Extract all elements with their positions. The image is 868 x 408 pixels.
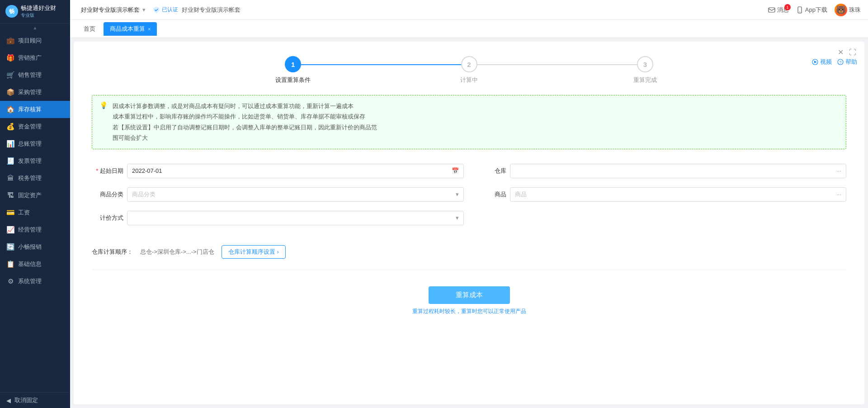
sidebar-label-basic-info: 基础信息 bbox=[18, 260, 42, 268]
info-text: 因成本计算参数调整，或是对商品成本有疑问时，可以通过成本重算功能，重新计算一遍成… bbox=[113, 101, 377, 143]
wizard-step-2: 2 计算中 bbox=[381, 56, 557, 84]
warehouse-order-value: 总仓->深圳仓库->...->门店仓 bbox=[140, 248, 214, 256]
sidebar-item-salary[interactable]: 💳 工资 bbox=[0, 204, 70, 221]
tax-icon: 🏛 bbox=[6, 174, 14, 182]
sidebar-item-system[interactable]: ⚙ 系统管理 bbox=[0, 273, 70, 290]
finance-icon: 💰 bbox=[6, 123, 14, 131]
sidebar-item-finance[interactable]: 💰 资金管理 bbox=[0, 118, 70, 135]
category-select[interactable]: 商品分类 ▾ bbox=[127, 187, 464, 202]
wizard-circle-3: 3 bbox=[637, 56, 653, 72]
tab-home[interactable]: 首页 bbox=[77, 22, 102, 36]
sidebar-label-salary: 工资 bbox=[18, 209, 30, 217]
tab-cost-recalc-label: 商品成本重算 bbox=[110, 25, 145, 33]
sidebar-label-finance: 资金管理 bbox=[18, 123, 42, 131]
tab-cost-recalc[interactable]: 商品成本重算 × bbox=[104, 22, 157, 36]
sidebar-label-sales: 销售管理 bbox=[18, 71, 42, 79]
wizard-line-1 bbox=[293, 64, 469, 65]
sidebar-label-fixed-assets: 固定资产 bbox=[18, 191, 42, 199]
system-icon: ⚙ bbox=[6, 277, 14, 285]
wizard-label-2: 计算中 bbox=[460, 76, 478, 84]
close-window-button[interactable]: ✕ bbox=[837, 47, 844, 57]
warehouse-order-arrow-icon: › bbox=[277, 248, 279, 255]
account-selector[interactable]: 好业财专业版演示帐套 ▾ bbox=[77, 4, 149, 16]
price-method-dropdown-icon: ▾ bbox=[456, 214, 459, 221]
wizard-label-1: 设置重算条件 bbox=[275, 76, 311, 84]
start-date-value: 2022-07-01 bbox=[132, 167, 162, 174]
marketing-icon: 🎁 bbox=[6, 54, 14, 62]
sidebar-item-fixed-assets[interactable]: 🏗 固定资产 bbox=[0, 187, 70, 204]
sidebar-item-operations[interactable]: 📈 经营管理 bbox=[0, 221, 70, 238]
sidebar-item-accounting[interactable]: 📊 总账管理 bbox=[0, 135, 70, 152]
warehouse-input[interactable]: ··· bbox=[510, 164, 847, 178]
sidebar-item-expense[interactable]: 🔄 小畅报销 bbox=[0, 238, 70, 256]
product-input[interactable]: 商品 ··· bbox=[510, 187, 847, 202]
verified-badge: 已认证 bbox=[153, 6, 178, 14]
recalculate-button[interactable]: 重算成本 bbox=[429, 286, 510, 304]
video-link[interactable]: 视频 bbox=[812, 58, 832, 66]
sidebar-item-invoice[interactable]: 🧾 发票管理 bbox=[0, 152, 70, 170]
sidebar-item-tax[interactable]: 🏛 税务管理 bbox=[0, 170, 70, 187]
notification-badge: 1 bbox=[784, 4, 791, 10]
info-line-4: 围可能会扩大 bbox=[113, 133, 377, 143]
tab-home-label: 首页 bbox=[84, 25, 95, 33]
sidebar-pin-toggle[interactable]: ◀ 取消固定 bbox=[0, 392, 70, 408]
product-dots-icon: ··· bbox=[836, 191, 841, 198]
message-action[interactable]: 消息 1 bbox=[768, 6, 789, 14]
start-date-input[interactable]: 2022-07-01 📅 bbox=[127, 164, 464, 178]
submit-hint: 重算过程耗时较长，重算时您可以正常使用产品 bbox=[412, 308, 526, 315]
form-group-product: 商品 商品 ··· bbox=[475, 187, 847, 202]
verified-label: 已认证 bbox=[162, 6, 178, 14]
user-menu[interactable]: 🐻 珠珠 bbox=[835, 4, 861, 16]
sales-icon: 🛒 bbox=[6, 71, 14, 79]
account-display: 好业财专业版演示帐套 bbox=[182, 6, 241, 14]
expense-icon: 🔄 bbox=[6, 243, 14, 251]
sidebar-item-marketing[interactable]: 🎁 营销推广 bbox=[0, 49, 70, 66]
wizard-label-3: 重算完成 bbox=[633, 76, 657, 84]
sidebar-item-basic-info[interactable]: 📋 基础信息 bbox=[0, 256, 70, 273]
window-controls: ✕ ⛶ bbox=[837, 47, 857, 57]
wizard-steps: 1 设置重算条件 2 计算中 3 bbox=[74, 42, 864, 95]
tab-close-icon[interactable]: × bbox=[148, 26, 151, 32]
warehouse-order-settings-button[interactable]: 仓库计算顺序设置 › bbox=[222, 245, 286, 259]
topbar-actions: 消息 1 App下载 🐻 珠珠 bbox=[768, 4, 861, 16]
warehouse-label: 仓库 bbox=[475, 167, 506, 175]
info-box: 💡 因成本计算参数调整，或是对商品成本有疑问时，可以通过成本重算功能，重新计算一… bbox=[92, 95, 846, 149]
expand-window-button[interactable]: ⛶ bbox=[848, 47, 857, 57]
start-date-label: 起始日期 bbox=[92, 167, 123, 175]
form-row-3: 计价方式 ▾ bbox=[92, 211, 846, 225]
svg-text:?: ? bbox=[839, 60, 841, 65]
sidebar-item-project-consultant[interactable]: 💼 项目顾问 bbox=[0, 32, 70, 49]
form-group-price-method: 计价方式 ▾ bbox=[92, 211, 464, 225]
svg-rect-0 bbox=[769, 8, 775, 12]
tab-bar: 首页 商品成本重算 × bbox=[70, 20, 868, 38]
sidebar-item-inventory[interactable]: 🏠 库存核算 bbox=[0, 101, 70, 118]
sidebar-scroll-up[interactable]: ▲ bbox=[0, 24, 70, 32]
logo-icon: 畅 bbox=[5, 5, 18, 18]
phone-icon bbox=[796, 6, 803, 14]
calendar-icon: 📅 bbox=[452, 167, 459, 174]
category-placeholder: 商品分类 bbox=[132, 190, 156, 199]
price-method-select[interactable]: ▾ bbox=[127, 211, 464, 225]
sidebar-logo: 畅 畅捷通好业财 专业版 bbox=[0, 0, 70, 24]
invoice-icon: 🧾 bbox=[6, 157, 14, 165]
warehouse-order-label: 仓库计算顺序： bbox=[92, 248, 133, 256]
dropdown-icon: ▾ bbox=[142, 6, 146, 13]
sidebar-label-inventory: 库存核算 bbox=[18, 105, 42, 114]
sidebar-item-purchase[interactable]: 📦 采购管理 bbox=[0, 84, 70, 101]
app-download-action[interactable]: App下载 bbox=[796, 6, 827, 14]
sidebar-item-sales[interactable]: 🛒 销售管理 bbox=[0, 66, 70, 84]
help-link[interactable]: ? 帮助 bbox=[837, 58, 857, 66]
unpin-label: 取消固定 bbox=[14, 396, 38, 404]
form-group-date: 起始日期 2022-07-01 📅 bbox=[92, 164, 464, 178]
user-avatar: 🐻 bbox=[835, 4, 847, 16]
category-dropdown-icon: ▾ bbox=[456, 191, 459, 198]
product-label: 商品 bbox=[475, 190, 506, 199]
operations-icon: 📈 bbox=[6, 226, 14, 234]
warehouse-order-btn-label: 仓库计算顺序设置 bbox=[228, 248, 275, 256]
info-line-3: 若【系统设置】中启用了自动调整记账日期时，会调整入库单的整单记账日期，因此重新计… bbox=[113, 122, 377, 133]
question-icon: ? bbox=[837, 59, 844, 65]
wizard-circle-2: 2 bbox=[461, 56, 477, 72]
svg-marker-4 bbox=[814, 61, 817, 63]
product-placeholder: 商品 bbox=[515, 190, 527, 199]
price-method-label: 计价方式 bbox=[92, 214, 123, 222]
